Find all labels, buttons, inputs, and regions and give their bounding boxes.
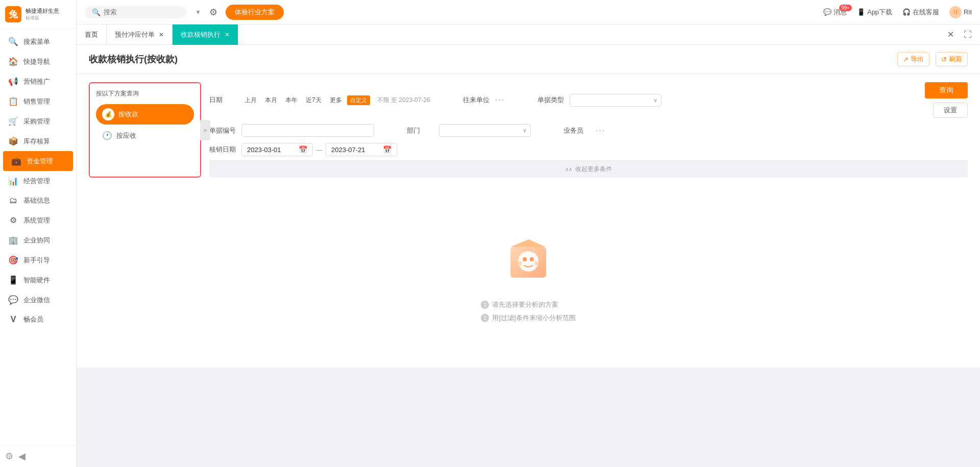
settings-button[interactable]: 设置 bbox=[933, 103, 968, 118]
sidebar-item-enterprise[interactable]: 🏢 企业协同 bbox=[0, 230, 76, 250]
operations-icon: 📊 bbox=[8, 176, 18, 186]
home-icon: 🏠 bbox=[8, 57, 18, 66]
tab-home[interactable]: 首页 bbox=[77, 24, 107, 45]
sidebar-item-sales[interactable]: 📋 销售管理 bbox=[0, 91, 76, 111]
refresh-button[interactable]: ↺ 刷新 bbox=[936, 52, 968, 66]
member-icon: V bbox=[8, 315, 18, 324]
collapse-sidebar-icon[interactable]: ◀︎ bbox=[18, 451, 26, 462]
staff-input-trigger[interactable]: ··· bbox=[596, 126, 605, 135]
empty-tips: 1 请先选择要分析的方案 2 用[过滤]条件来缩小分析范围 bbox=[481, 300, 575, 327]
system-icon: ⚙ bbox=[8, 215, 18, 225]
app-logo: 兔 畅捷通好生意 标准版 bbox=[0, 0, 76, 29]
sidebar-item-system[interactable]: ⚙ 系统管理 bbox=[0, 210, 76, 230]
svg-point-5 bbox=[534, 261, 538, 265]
sidebar-item-purchase[interactable]: 🛒 采购管理 bbox=[0, 111, 76, 131]
sidebar-item-operations[interactable]: 📊 经营管理 bbox=[0, 171, 76, 191]
empty-illustration bbox=[498, 227, 559, 288]
filter-area: 按以下方案查询 💰 按收款 🕐 按应收 » bbox=[77, 74, 980, 186]
search-icon: 🔍 bbox=[8, 37, 18, 46]
collapse-more-icon: ∧∧ bbox=[565, 166, 572, 172]
date-7days[interactable]: 近7天 bbox=[303, 95, 325, 106]
tab-receipt-close-icon[interactable]: ✕ bbox=[225, 31, 230, 38]
message-button[interactable]: 💬 消息 99+ bbox=[823, 8, 847, 17]
sidebar-item-shortcuts[interactable]: 🏠 快捷导航 bbox=[0, 52, 76, 71]
writeoff-date-end[interactable]: 2023-07-21 📅 bbox=[326, 143, 397, 156]
page-header-actions: ↗ 导出 ↺ 刷新 bbox=[897, 52, 968, 66]
close-tab-icon[interactable]: ✕ bbox=[942, 27, 959, 43]
date-custom[interactable]: 自定义 bbox=[347, 95, 370, 105]
empty-tip-2: 2 用[过滤]条件来缩小分析范围 bbox=[481, 313, 575, 323]
sidebar-item-search[interactable]: 🔍 搜索菜单 bbox=[0, 32, 76, 52]
svg-point-3 bbox=[530, 257, 534, 261]
app-download-button[interactable]: 📱 App下载 bbox=[857, 8, 892, 17]
writeoff-date-label: 核销日期 bbox=[209, 145, 237, 154]
enterprise-icon: 🏢 bbox=[8, 235, 18, 245]
svg-point-2 bbox=[523, 257, 527, 261]
export-icon: ↗ bbox=[903, 56, 909, 63]
sidebar-item-finance[interactable]: 💼 资金管理 bbox=[3, 151, 73, 171]
sidebar-item-hardware[interactable]: 📱 智能硬件 bbox=[0, 270, 76, 290]
hardware-icon: 📱 bbox=[8, 275, 18, 285]
tab-prepay-label: 预付冲应付单 bbox=[115, 30, 155, 39]
topbar-gear-icon[interactable]: ⚙ bbox=[209, 7, 217, 18]
doc-no-input[interactable] bbox=[241, 124, 374, 137]
sidebar-label-member: 畅会员 bbox=[23, 315, 43, 324]
doc-type-select[interactable] bbox=[570, 94, 662, 107]
solution-button[interactable]: 体验行业方案 bbox=[226, 5, 284, 20]
user-menu[interactable]: U Rit bbox=[949, 6, 972, 18]
sidebar-item-basic[interactable]: 🗂 基础信息 bbox=[0, 191, 76, 210]
sidebar-label-system: 系统管理 bbox=[23, 216, 50, 225]
export-button[interactable]: ↗ 导出 bbox=[897, 52, 929, 66]
inventory-icon: 📦 bbox=[8, 136, 18, 146]
date-last-month[interactable]: 上月 bbox=[241, 95, 260, 106]
staff-label: 业务员 bbox=[564, 126, 592, 135]
tab-home-label: 首页 bbox=[85, 30, 98, 39]
sidebar-label-shortcuts: 快捷导航 bbox=[23, 57, 50, 66]
sidebar-label-finance: 资金管理 bbox=[27, 157, 53, 166]
query-button[interactable]: 查询 bbox=[925, 82, 968, 99]
filter-by-receivable[interactable]: 🕐 按应收 bbox=[96, 127, 194, 144]
empty-tip-1: 1 请先选择要分析的方案 bbox=[481, 300, 575, 309]
sidebar-label-basic: 基础信息 bbox=[23, 196, 50, 205]
message-icon: 💬 bbox=[823, 8, 831, 16]
dropdown-arrow-icon[interactable]: ▼ bbox=[195, 9, 201, 16]
expand-icon[interactable]: ⛶ bbox=[960, 27, 976, 43]
filter-receivable-label: 按应收 bbox=[116, 131, 136, 140]
tab-receipt[interactable]: 收款核销执行 ✕ bbox=[173, 24, 238, 45]
settings-icon[interactable]: ⚙ bbox=[5, 451, 13, 462]
date-range-display: 不限 至 2023-07-26 bbox=[377, 96, 430, 105]
collapse-panel-button[interactable]: » bbox=[200, 120, 210, 140]
page-title: 收款核销执行(按收款) bbox=[89, 53, 178, 65]
sidebar-label-operations: 经营管理 bbox=[23, 177, 50, 186]
filter-by-receipt[interactable]: 💰 按收款 bbox=[96, 104, 194, 125]
empty-state: 1 请先选择要分析的方案 2 用[过滤]条件来缩小分析范围 bbox=[77, 186, 980, 367]
app-badge: 标准版 bbox=[26, 15, 59, 21]
date-this-year[interactable]: 本年 bbox=[282, 95, 301, 106]
svg-point-1 bbox=[518, 251, 538, 272]
collapse-more-button[interactable]: ∧∧ 收起更多条件 bbox=[209, 160, 968, 178]
writeoff-date-start[interactable]: 2023-03-01 📅 bbox=[241, 143, 313, 156]
sidebar-item-wechat[interactable]: 💬 企业微信 bbox=[0, 290, 76, 310]
writeoff-date-range: 2023-03-01 📅 — 2023-07-21 📅 bbox=[241, 143, 397, 156]
date-shortcuts: 上月 本月 本年 近7天 更多 自定义 bbox=[241, 95, 370, 106]
counterpart-input-trigger[interactable]: ··· bbox=[495, 95, 505, 105]
sidebar-item-marketing[interactable]: 📢 营销推广 bbox=[0, 71, 76, 91]
dept-select[interactable] bbox=[439, 124, 531, 137]
search-input[interactable] bbox=[104, 8, 175, 16]
main-area: 🔍 ▼ ⚙ 体验行业方案 💬 消息 99+ 📱 App下载 🎧 在线客服 U R… bbox=[77, 0, 980, 467]
calendar-end-icon: 📅 bbox=[383, 145, 391, 154]
sidebar-item-guide[interactable]: 🎯 新手引导 bbox=[0, 250, 76, 270]
search-box[interactable]: 🔍 bbox=[85, 6, 187, 18]
tab-prepay-close-icon[interactable]: ✕ bbox=[159, 31, 164, 38]
dept-field: 部门 bbox=[407, 124, 531, 137]
sidebar-item-member[interactable]: V 畅会员 bbox=[0, 310, 76, 329]
tab-prepay[interactable]: 预付冲应付单 ✕ bbox=[107, 24, 173, 45]
sidebar-item-inventory[interactable]: 📦 库存核算 bbox=[0, 131, 76, 151]
form-row-2: 单据编号 部门 bbox=[209, 124, 968, 137]
finance-icon: 💼 bbox=[11, 156, 21, 166]
date-this-month[interactable]: 本月 bbox=[262, 95, 280, 106]
online-service-button[interactable]: 🎧 在线客服 bbox=[902, 8, 939, 17]
date-more[interactable]: 更多 bbox=[327, 95, 345, 106]
filter-panel: 按以下方案查询 💰 按收款 🕐 按应收 » bbox=[89, 82, 201, 178]
counterpart-field: 往来单位 ··· bbox=[463, 95, 505, 105]
